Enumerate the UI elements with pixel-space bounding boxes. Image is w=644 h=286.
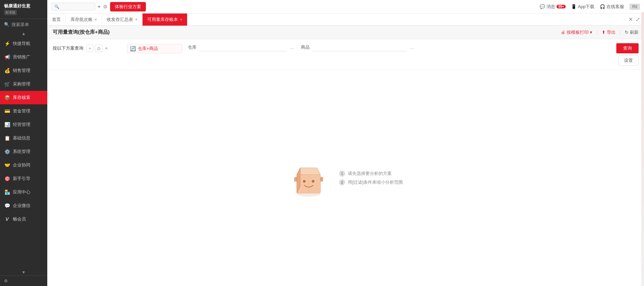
tab-available-qty-close[interactable]: × [180,17,182,22]
hint-text-2: 用[过滤]条件来缩小分析范围 [348,179,403,185]
tabbar: 首页 库存批次账 × 收发存汇总表 × 可用量库存账本 × ✕ ⤢ [47,14,644,26]
filter-collapse-icon[interactable]: « [105,43,108,51]
tab-batch-account-close[interactable]: × [95,17,97,22]
sidebar-item-enterprise[interactable]: 🤝 企业协同 [0,158,47,172]
sidebar-scroll-up[interactable]: ▲ [0,30,47,37]
svg-rect-8 [320,177,323,181]
filter-actions: ＋ ⊙ [86,43,102,52]
sidebar-item-label: 基础信息 [13,135,30,141]
sidebar-settings[interactable]: ⚙ [0,276,47,286]
tab-stock-summary[interactable]: 收发存汇总表 × [102,14,143,26]
scheme-item[interactable]: 🔄 仓库+商品 [127,44,182,53]
warehouse-label: 仓库 [188,44,197,50]
hint-num-1: 1 [339,171,345,177]
topbar-search-box[interactable]: 🔍 [51,3,95,10]
print-btn[interactable]: 🖨 按模板打印 ▾ [561,29,592,35]
sidebar-item-finance[interactable]: 💳 资金管理 [0,104,47,118]
sidebar-item-marketing[interactable]: 📢 营销推广 [0,50,47,64]
tab-close-all-icon[interactable]: ✕ [628,16,633,23]
inventory-icon: 📦 [4,95,10,101]
empty-hint-2: 2 用[过滤]条件来缩小分析范围 [339,179,403,185]
tab-batch-account[interactable]: 库存批次账 × [66,14,102,26]
sales-icon: 💰 [4,68,10,74]
sidebar-item-sales[interactable]: 💰 销售管理 [0,64,47,77]
product-more-icon[interactable]: … [410,45,414,50]
sidebar-item-purchase[interactable]: 🛒 采购管理 [0,77,47,91]
filter-add-icon[interactable]: ＋ [86,45,94,52]
message-icon: 💬 [540,4,545,9]
tab-expand-icon[interactable]: ⤢ [636,16,640,23]
brand-name: 畅康通好生意 [4,3,43,9]
empty-box-svg [288,158,329,198]
product-field: 商品 … [301,43,414,51]
sidebar-item-label: 资金管理 [13,108,30,114]
topbar-search-icon: 🔍 [54,4,59,9]
right-scroll-indicator[interactable] [641,12,644,286]
refresh-icon: ↻ [625,30,628,35]
topbar-actions: 💬 消息 99+ 📱 App下载 🎧 在线客服 Rit [540,4,640,10]
empty-hints: 1 请先选择要分析的方案 2 用[过滤]条件来缩小分析范围 [339,171,403,185]
export-icon: ⬆ [602,30,606,35]
tab-stock-summary-close[interactable]: × [135,17,137,22]
export-btn-label: 导出 [607,29,616,35]
sidebar-scroll-down[interactable]: ▼ [0,269,47,276]
filter-right: 查询 设置 [616,43,639,66]
sidebar-item-label: 应用中心 [13,189,30,195]
message-action[interactable]: 💬 消息 99+ [540,4,566,10]
app-icon: 📱 [571,4,576,9]
print-btn-label: 按模板打印 [567,29,589,35]
sidebar-item-wechat[interactable]: 💬 企业微信 [0,199,47,212]
header-divider-1: | [596,30,597,35]
filter-settings-icon[interactable]: ⊙ [95,45,102,52]
trial-btn[interactable]: 体验行业方案 [110,2,146,11]
sidebar-item-label: 库存核算 [13,95,30,101]
sidebar-item-appstore[interactable]: 🏪 应用中心 [0,185,47,199]
search-menu[interactable]: 🔍 搜索菜单 [0,19,47,30]
user-avatar[interactable]: Rit [629,4,640,10]
sidebar-header: 畅康通好生意 标准版 [0,0,47,19]
page-title: 可用量查询(按仓库+商品) [53,29,110,35]
sidebar-item-member[interactable]: V 畅会员 [0,212,47,226]
sidebar-item-basic[interactable]: 📋 基础信息 [0,131,47,145]
sidebar-item-inventory[interactable]: 📦 库存核算 [0,91,47,104]
search-menu-label: 搜索菜单 [11,22,29,28]
column-settings-button[interactable]: 设置 [618,55,639,66]
query-button[interactable]: 查询 [616,43,639,53]
tab-home-label: 首页 [52,17,61,23]
warehouse-input[interactable] [199,43,287,51]
online-service-label: 在线客服 [607,4,624,10]
warehouse-field: 仓库 … [188,43,294,51]
warehouse-more-icon[interactable]: … [290,45,294,50]
product-label: 商品 [301,44,310,50]
product-input[interactable] [312,43,407,51]
page-header-actions: 🖨 按模板打印 ▾ | ⬆ 导出 | ↻ 刷新 [561,29,639,35]
online-service-action[interactable]: 🎧 在线客服 [600,4,624,10]
print-dropdown-icon[interactable]: ▾ [590,30,592,35]
sidebar-item-newbie[interactable]: 🎯 新手引导 [0,172,47,185]
page-content: 可用量查询(按仓库+商品) 🖨 按模板打印 ▾ | ⬆ 导出 | ↻ 刷新 [47,26,644,286]
tab-home[interactable]: 首页 [47,14,66,26]
refresh-btn[interactable]: ↻ 刷新 [625,29,639,35]
hint-num-2: 2 [339,179,345,185]
tab-available-qty[interactable]: 可用量库存账本 × [143,14,187,26]
message-label: 消息 [546,4,555,10]
filter-left: 按以下方案查询 ＋ ⊙ « [53,43,127,52]
settings-icon: ⚙ [4,279,8,283]
search-icon: 🔍 [4,22,9,27]
sidebar-item-operation[interactable]: 📊 经营管理 [0,118,47,131]
scheme-item-label: 仓库+商品 [138,46,158,52]
empty-illustration [288,158,329,198]
topbar-gear-icon[interactable]: ⚙ [103,4,107,10]
member-icon: V [4,216,10,222]
topbar-search-text [61,4,77,9]
brand-tag: 标准版 [4,10,17,15]
export-btn[interactable]: ⬆ 导出 [602,29,616,35]
quick-nav-icon: ⚡ [4,41,10,47]
topbar-dropdown-icon[interactable]: ▾ [98,4,100,9]
app-download-action[interactable]: 📱 App下载 [571,4,594,10]
operation-icon: 📊 [4,122,10,128]
print-icon: 🖨 [561,30,565,35]
sidebar-item-system[interactable]: ⚙️ 系统管理 [0,145,47,158]
service-icon: 🎧 [600,4,605,9]
sidebar-item-quick-nav[interactable]: ⚡ 快捷导航 [0,37,47,50]
